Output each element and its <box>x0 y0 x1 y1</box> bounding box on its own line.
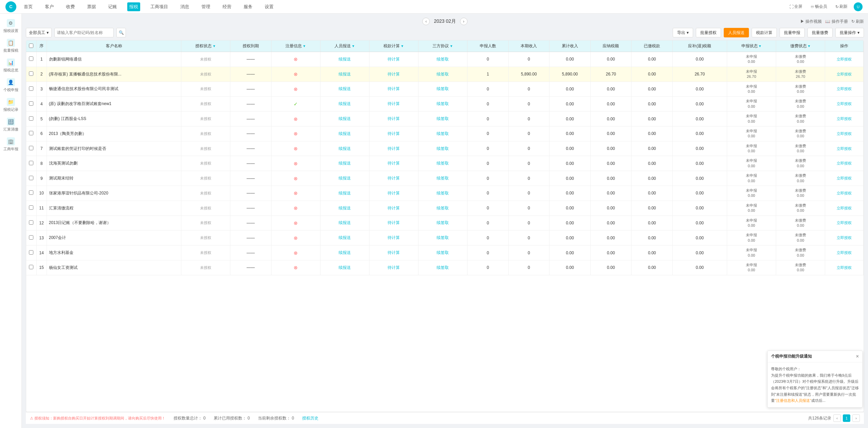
prev-period-button[interactable]: ‹ <box>422 18 430 25</box>
notification-close-button[interactable]: × <box>856 354 859 359</box>
triparty-filter-icon[interactable]: ▼ <box>449 44 453 48</box>
row-action-button[interactable]: 立即授权 <box>837 147 852 151</box>
row-action: 立即授权 <box>825 156 864 171</box>
reg-info-x-icon: ⊗ <box>294 265 298 270</box>
row-action-button[interactable]: 立即授权 <box>837 191 852 195</box>
row-action-button[interactable]: 立即授权 <box>837 251 852 255</box>
row-checkbox-9[interactable] <box>29 190 33 195</box>
nav-item-收费[interactable]: 收费 <box>64 2 77 11</box>
row-acc-income: 0.00 <box>550 201 591 216</box>
reg-info-filter-icon[interactable]: ▼ <box>302 44 306 48</box>
refresh-link[interactable]: ↻ 刷新 <box>851 19 864 24</box>
nav-item-票据[interactable]: 票据 <box>85 2 98 11</box>
search-button[interactable]: 🔍 <box>116 28 126 37</box>
row-seq: 3 <box>36 82 47 97</box>
table-row: 1 勿删新锐网络通信 未授权 —— ⊗ 续报送 待计算 续签取 0 0 0.00… <box>26 52 864 67</box>
sidebar-item-工商年报[interactable]: 🏢工商年报 <box>0 135 21 154</box>
nav-right-area: ⛶ 全屏 ♾ 畅会员 ↻ 刷新 U <box>787 2 863 11</box>
sidebar-item-报税设置[interactable]: ⚙报税设置 <box>0 16 21 36</box>
row-checkbox-8[interactable] <box>29 176 33 180</box>
fee-status-filter-icon[interactable]: ▼ <box>807 44 811 48</box>
personnel-filter-icon[interactable]: ▼ <box>351 44 355 48</box>
next-period-button[interactable]: › <box>460 18 468 25</box>
sidebar-item-批量报税[interactable]: 📋批量报税 <box>0 36 21 56</box>
row-checkbox-13[interactable] <box>29 250 33 255</box>
row-checkbox-12[interactable] <box>29 235 33 240</box>
nav-item-经营[interactable]: 经营 <box>220 2 233 11</box>
row-action: 立即授权 <box>825 67 864 82</box>
sidebar-item-报税总览[interactable]: 📊报税总览 <box>0 56 21 75</box>
sidebar-item-个税申报[interactable]: 👤个税申报 <box>0 75 21 95</box>
row-action-button[interactable]: 立即授权 <box>837 236 852 240</box>
member-button[interactable]: ♾ 畅会员 <box>808 3 829 10</box>
auth-status-filter-icon[interactable]: ▼ <box>212 44 216 48</box>
search-input[interactable] <box>57 30 111 35</box>
row-income: 0 <box>508 245 550 260</box>
col-tax-paid: 已缴税款 <box>632 40 673 52</box>
refresh-button[interactable]: ↻ 刷新 <box>833 3 850 10</box>
sidebar-item-汇算清缴[interactable]: 🔢汇算清缴 <box>0 115 21 135</box>
nav-item-记账[interactable]: 记账 <box>106 2 119 11</box>
row-checkbox-10[interactable] <box>29 205 33 210</box>
row-action-button[interactable]: 立即授权 <box>837 206 852 210</box>
row-checkbox-11[interactable] <box>29 220 33 225</box>
nav-item-设置[interactable]: 设置 <box>263 2 276 11</box>
row-checkbox-1[interactable] <box>29 71 33 76</box>
report-status-filter-icon[interactable]: ▼ <box>758 44 762 48</box>
row-action-button[interactable]: 立即授权 <box>837 221 852 225</box>
batch-auth-button[interactable]: 批量授权 <box>696 28 721 37</box>
row-action-button[interactable]: 立即授权 <box>837 176 852 180</box>
nav-item-客户[interactable]: 客户 <box>43 2 56 11</box>
sidebar-item-报税记录[interactable]: 📁报税记录 <box>0 95 21 115</box>
table-row: 10 张家港厚谊针织品有限公司-2020 未授权 —— ⊗ 续报送 待计算 续签… <box>26 186 864 201</box>
nav-item-管理[interactable]: 管理 <box>199 2 212 11</box>
batch-report-button[interactable]: 批量申报 <box>780 28 805 37</box>
row-checkbox-3[interactable] <box>29 101 33 106</box>
row-tax-due: 0.00 <box>590 245 632 260</box>
nav-item-首页[interactable]: 首页 <box>22 2 35 11</box>
row-tax-due: 0.00 <box>590 97 632 112</box>
row-checkbox-7[interactable] <box>29 161 33 165</box>
row-action-button[interactable]: 立即授权 <box>837 132 852 136</box>
row-action-button[interactable]: 立即授权 <box>837 102 852 106</box>
tax-calc-button[interactable]: 税款计算 <box>752 28 777 37</box>
employee-filter-select[interactable]: 全部员工 ▾ <box>26 28 52 37</box>
nav-item-服务[interactable]: 服务 <box>242 2 255 11</box>
tax-calc-filter-icon[interactable]: ▼ <box>400 44 404 48</box>
row-income: 0 <box>508 112 550 126</box>
personnel-report-button[interactable]: 人员报送 <box>724 28 749 37</box>
batch-op-button[interactable]: 批量操作 ▾ <box>835 28 864 37</box>
next-page-button[interactable]: › <box>852 414 860 422</box>
row-action-button[interactable]: 立即授权 <box>837 72 852 76</box>
operation-video-link[interactable]: ▶ 操作视频 <box>800 19 822 24</box>
row-checkbox-6[interactable] <box>29 146 33 150</box>
row-personnel: 续报送 <box>320 67 369 82</box>
select-all-checkbox[interactable] <box>29 44 33 48</box>
nav-item-消息[interactable]: 消息 <box>178 2 191 11</box>
row-checkbox-0[interactable] <box>29 56 33 61</box>
nav-item-工商项目[interactable]: 工商项目 <box>148 2 170 11</box>
nav-item-报税[interactable]: 报税 <box>127 2 140 11</box>
row-action: 立即授权 <box>825 126 864 141</box>
row-action-button[interactable]: 立即授权 <box>837 57 852 61</box>
row-checkbox-14[interactable] <box>29 265 33 269</box>
current-page[interactable]: 1 <box>843 414 850 422</box>
user-avatar[interactable]: U <box>854 2 863 11</box>
row-checkbox-5[interactable] <box>29 131 33 135</box>
operation-manual-link[interactable]: 📖 操作手册 <box>825 19 848 24</box>
fullscreen-button[interactable]: ⛶ 全屏 <box>787 3 804 10</box>
row-name: 汇算清缴流程 <box>47 201 181 216</box>
batch-fee-button[interactable]: 批量缴费 <box>807 28 833 37</box>
row-tax-due: 0.00 <box>590 156 632 171</box>
row-action-button[interactable]: 立即授权 <box>837 266 852 270</box>
export-button[interactable]: 导出 ▾ <box>673 28 693 37</box>
row-checkbox-4[interactable] <box>29 116 33 121</box>
row-action-button[interactable]: 立即授权 <box>837 161 852 165</box>
row-triparty: 续签取 <box>418 52 467 67</box>
row-action-button[interactable]: 立即授权 <box>837 117 852 121</box>
auth-history-link[interactable]: 授权历史 <box>302 415 318 421</box>
row-tax-paid: 0.00 <box>632 186 673 201</box>
prev-page-button[interactable]: ‹ <box>833 414 841 422</box>
row-action-button[interactable]: 立即授权 <box>837 87 852 91</box>
row-checkbox-2[interactable] <box>29 86 33 91</box>
